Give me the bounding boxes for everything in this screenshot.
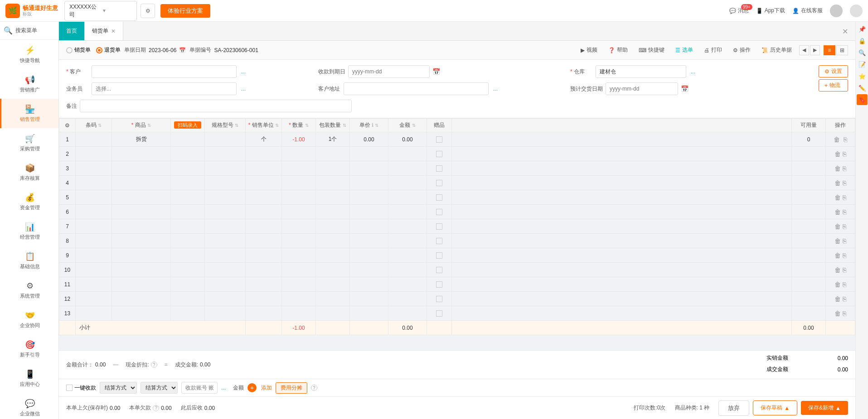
tab-home[interactable]: 首页 bbox=[59, 22, 85, 40]
gift-checkbox-13[interactable] bbox=[436, 310, 442, 317]
salesperson-more-icon[interactable]: ... bbox=[239, 86, 247, 92]
sidebar-item-inventory[interactable]: 📦 库存核算 bbox=[0, 158, 58, 187]
gift-checkbox-6[interactable] bbox=[436, 209, 442, 215]
sidebar-item-operations[interactable]: 📊 经营管理 bbox=[0, 217, 58, 246]
sort-barcode-icon[interactable]: ⇅ bbox=[98, 123, 102, 128]
right-tool-lock[interactable]: 🔒 bbox=[857, 35, 868, 46]
sidebar-item-quick-nav[interactable]: ⚡ 快捷导航 bbox=[0, 40, 58, 69]
customer-addr-input[interactable] bbox=[344, 82, 489, 95]
sort-amount-icon[interactable]: ⇅ bbox=[412, 123, 416, 128]
copy-row-7-icon[interactable]: ⎘ bbox=[843, 223, 846, 230]
gift-checkbox-11[interactable] bbox=[436, 281, 442, 288]
gift-checkbox-4[interactable] bbox=[436, 180, 442, 186]
tab-sales-order[interactable]: 销货单 ✕ bbox=[85, 22, 123, 40]
cell-pkg-1[interactable]: 1个 bbox=[316, 132, 350, 147]
sidebar-item-marketing[interactable]: 📢 营销推广 bbox=[0, 69, 58, 99]
delete-row-5-icon[interactable]: 🗑 bbox=[834, 194, 841, 201]
gift-checkbox-7[interactable] bbox=[436, 223, 442, 230]
discount-info-icon[interactable]: ? bbox=[151, 361, 157, 368]
due-date-input[interactable] bbox=[348, 65, 430, 78]
price-info-icon[interactable]: ℹ bbox=[372, 122, 373, 128]
gift-checkbox-9[interactable] bbox=[436, 252, 442, 259]
grid-view-btn[interactable]: ⊞ bbox=[836, 45, 848, 55]
gift-checkbox-8[interactable] bbox=[436, 238, 442, 244]
right-tool-pin[interactable]: 📌 bbox=[857, 24, 868, 34]
sidebar-item-system[interactable]: ⚙ 系统管理 bbox=[0, 275, 58, 305]
sidebar-item-wechat[interactable]: 💬 企业微信 bbox=[0, 393, 58, 419]
settlement-method-select[interactable]: 结算方式 bbox=[141, 382, 178, 394]
sidebar-item-sales[interactable]: 🏪 销售管理 bbox=[0, 99, 58, 128]
gift-checkbox-5[interactable] bbox=[436, 194, 442, 201]
delete-row-3-icon[interactable]: 🗑 bbox=[834, 165, 841, 172]
sort-unit-icon[interactable]: ⇅ bbox=[275, 123, 279, 128]
trial-button[interactable]: 体验行业方案 bbox=[160, 4, 210, 18]
copy-row-8-icon[interactable]: ⎘ bbox=[843, 237, 846, 245]
radio-sales-order[interactable]: 销货单 bbox=[66, 46, 91, 54]
payment-method-select[interactable]: 结算方式 bbox=[100, 382, 137, 394]
print-btn[interactable]: 🖨 打印 bbox=[700, 44, 726, 56]
salesperson-input[interactable] bbox=[92, 82, 237, 95]
copy-row-10-icon[interactable]: ⎘ bbox=[843, 266, 846, 274]
due-date-calendar-icon[interactable]: 📅 bbox=[432, 68, 440, 75]
delete-row-6-icon[interactable]: 🗑 bbox=[834, 208, 841, 216]
gift-checkbox-2[interactable] bbox=[436, 151, 442, 157]
cell-spec-1[interactable] bbox=[205, 132, 246, 147]
right-tool-note[interactable]: 📝 bbox=[857, 59, 868, 70]
warehouse-more-icon[interactable]: ... bbox=[689, 68, 697, 75]
help-btn[interactable]: ❓ 帮助 bbox=[605, 44, 631, 56]
radio-return-order[interactable]: 退货单 bbox=[96, 46, 121, 54]
sidebar-item-enterprise[interactable]: 🤝 企业协同 bbox=[0, 305, 58, 334]
gift-checkbox-12[interactable] bbox=[436, 296, 442, 302]
right-tool-active[interactable]: 🔖 bbox=[857, 94, 868, 105]
prev-arrow[interactable]: ◀ bbox=[799, 45, 809, 55]
video-btn[interactable]: ▶ 视频 bbox=[577, 44, 601, 56]
copy-row-3-icon[interactable]: ⎘ bbox=[843, 165, 846, 172]
copy-row-6-icon[interactable]: ⎘ bbox=[843, 208, 846, 216]
delete-row-9-icon[interactable]: 🗑 bbox=[834, 252, 841, 259]
next-arrow[interactable]: ▶ bbox=[810, 45, 820, 55]
product-type[interactable]: 商品种类: 1 种 bbox=[675, 404, 710, 412]
customer-input[interactable] bbox=[92, 65, 237, 78]
gear-icon-small[interactable]: ⚙ bbox=[65, 122, 70, 129]
copy-row-12-icon[interactable]: ⎘ bbox=[843, 295, 846, 303]
delete-row-13-icon[interactable]: 🗑 bbox=[834, 310, 841, 317]
cell-amount-1[interactable]: 0.00 bbox=[388, 132, 427, 147]
copy-row-4-icon[interactable]: ⎘ bbox=[843, 179, 846, 187]
sort-product-icon[interactable]: ⇅ bbox=[147, 123, 151, 128]
right-tool-search[interactable]: 🔍 bbox=[857, 47, 868, 58]
delete-row-12-icon[interactable]: 🗑 bbox=[834, 295, 841, 303]
gift-checkbox-10[interactable] bbox=[436, 267, 442, 273]
delete-row-11-icon[interactable]: 🗑 bbox=[834, 281, 841, 288]
sidebar-item-guide[interactable]: 🎯 新手引导 bbox=[0, 334, 58, 364]
scan-button[interactable]: 扫码录入 bbox=[174, 121, 201, 129]
messages-button[interactable]: 💬 消息 99+ bbox=[729, 7, 749, 14]
one-click-pay-checkbox[interactable]: 一键收款 bbox=[66, 384, 96, 392]
discard-button[interactable]: 放弃 bbox=[718, 400, 749, 416]
sidebar-item-apps[interactable]: 📱 应用中心 bbox=[0, 364, 58, 393]
online-service-button[interactable]: 👤 在线客服 bbox=[792, 7, 823, 14]
company-selector[interactable]: XXXXXX公司 ▼ bbox=[64, 1, 137, 21]
app-download-button[interactable]: 📱 App下载 bbox=[756, 7, 785, 14]
fee-split-button[interactable]: 费用分摊 bbox=[276, 382, 307, 394]
shortcut-btn[interactable]: ⌨ 快捷键 bbox=[635, 44, 668, 56]
one-click-checkbox[interactable] bbox=[66, 385, 73, 391]
cell-barcode-1[interactable] bbox=[76, 132, 112, 147]
copy-row-13-icon[interactable]: ⎘ bbox=[843, 310, 846, 317]
copy-row-1-icon[interactable]: ⎘ bbox=[844, 136, 847, 143]
save-new-button[interactable]: 保存&新增 ▲ bbox=[801, 401, 848, 415]
copy-row-11-icon[interactable]: ⎘ bbox=[843, 281, 846, 288]
customer-more-icon[interactable]: ... bbox=[239, 68, 247, 75]
copy-row-2-icon[interactable]: ⎘ bbox=[843, 150, 846, 158]
delete-row-7-icon[interactable]: 🗑 bbox=[834, 223, 841, 230]
sidebar-item-basic[interactable]: 📋 基础信息 bbox=[0, 246, 58, 275]
fee-info-icon[interactable]: ? bbox=[311, 385, 317, 391]
save-draft-button[interactable]: 保存草稿 ▲ bbox=[753, 400, 797, 415]
tab-close-icon[interactable]: ✕ bbox=[111, 28, 116, 34]
add-payment-button[interactable]: + bbox=[247, 383, 257, 392]
sort-qty-icon[interactable]: ⇅ bbox=[305, 123, 309, 128]
total-due-info-icon[interactable]: ? bbox=[153, 405, 159, 411]
sidebar-search[interactable]: 🔍 搜索菜单 bbox=[0, 22, 58, 40]
copy-row-5-icon[interactable]: ⎘ bbox=[843, 194, 846, 201]
delete-row-2-icon[interactable]: 🗑 bbox=[834, 150, 841, 158]
sidebar-item-finance[interactable]: 💰 资金管理 bbox=[0, 187, 58, 217]
